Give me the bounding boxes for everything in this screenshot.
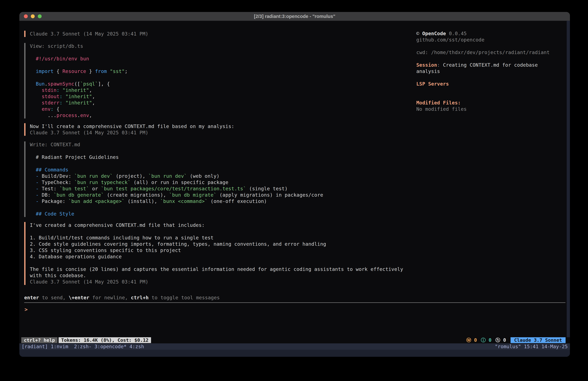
text-line: github.com/sst/opencode (416, 37, 569, 43)
text-line (416, 43, 569, 49)
diagnostic-counters: ⓦ 0 ⓘ 0 ⓗ 0 (466, 337, 506, 344)
window-title: [2/3] radiant:3:opencode - "romulus" (254, 14, 335, 19)
text-line: LSP Servers (416, 81, 569, 87)
text-line: Modified Files: (416, 100, 569, 106)
text-line: ## Code Style (30, 211, 410, 217)
hint-counter: ⓗ 0 (495, 337, 506, 344)
text-line: Claude 3.7 Sonnet (14 May 2025 03:41 PM) (30, 130, 410, 136)
model-badge[interactable]: Claude 3.7 Sonnet (510, 337, 566, 343)
text-line (30, 160, 410, 167)
text-line: - TypeCheck: `bun run typecheck` (all) o… (30, 179, 410, 185)
text-line (30, 228, 410, 235)
text-line: © OpenCode 0.0.45 (416, 30, 569, 37)
keybind-help: enter to send, \+enter for newline, ctrl… (24, 294, 220, 301)
tokens-cost-chip: Tokens: 16.4K (8%), Cost: $0.12 (59, 337, 151, 343)
prompt-caret: > (24, 306, 28, 313)
assistant-message-header: Claude 3.7 Sonnet (14 May 2025 03:41 PM) (24, 31, 410, 37)
text-line: analysis (416, 68, 569, 74)
text-line: The file is concise (20 lines) and captu… (30, 266, 410, 272)
zoom-button[interactable] (38, 14, 42, 18)
text-line: cwd: /home/thdxr/dev/projects/radiant/ra… (416, 49, 569, 56)
text-line: Claude 3.7 Sonnet (14 May 2025 03:41 PM) (30, 279, 410, 285)
prompt-input[interactable]: > (24, 306, 28, 313)
text-line: Write: CONTEXT.md (30, 141, 410, 148)
minimize-button[interactable] (31, 14, 35, 18)
session-sidebar: © OpenCode 0.0.45github.com/sst/opencode… (416, 30, 569, 112)
text-line: Claude 3.7 Sonnet (14 May 2025 03:41 PM) (30, 31, 410, 37)
text-line (30, 204, 410, 211)
text-line: View: script/db.ts (30, 43, 410, 49)
text-line (30, 49, 410, 56)
text-line: # Radiant Project Guidelines (30, 154, 410, 160)
traffic-lights (24, 12, 42, 21)
text-line: stdout: "inherit", (30, 93, 410, 100)
text-line: Now I'll create a comprehensive CONTEXT.… (30, 123, 410, 130)
text-line: with this codebase. (30, 272, 410, 279)
text-line (416, 56, 569, 62)
text-line: Session: Creating CONTEXT.md for codebas… (416, 62, 569, 68)
transcript: Claude 3.7 Sonnet (14 May 2025 03:41 PM)… (24, 31, 410, 285)
text-line: import { Resource } from "sst"; (30, 68, 410, 74)
text-line: 3. CSS styling conventions specific to t… (30, 247, 410, 253)
text-line: 1. Build/lint/test commands including ho… (30, 235, 410, 241)
text-line: ...process.env, (30, 112, 410, 118)
text-line (416, 87, 569, 93)
text-line (30, 74, 410, 81)
text-line: - Package: `bun add <package>` (install)… (30, 198, 410, 204)
text-line (416, 74, 569, 81)
text-line: stderr: "inherit", (30, 100, 410, 106)
tmux-window-list[interactable]: [radiant] 1:nvim 2:zsh- 3:opencode* 4:zs… (22, 343, 144, 350)
text-line (416, 93, 569, 100)
scrollbar[interactable] (567, 21, 570, 337)
text-line: #!/usr/bin/env bun (30, 56, 410, 62)
text-line: 4. Database operations guidance (30, 253, 410, 260)
assistant-message: Now I'll create a comprehensive CONTEXT.… (24, 123, 410, 136)
tmux-status-bar: [radiant] 1:nvim 2:zsh- 3:opencode* 4:zs… (19, 343, 570, 357)
text-line: 2. Code style guidelines covering import… (30, 241, 410, 247)
text-line (30, 62, 410, 68)
status-bar: ctrl+? help Tokens: 16.4K (8%), Cost: $0… (19, 337, 570, 343)
composer-divider (24, 302, 566, 303)
info-counter: ⓘ 0 (481, 337, 491, 344)
text-line: - DB: `bun db generate` (create migratio… (30, 192, 410, 198)
close-button[interactable] (24, 14, 28, 18)
text-line: ## Commands (30, 167, 410, 173)
help-shortcut-chip: ctrl+? help (21, 337, 58, 343)
text-line: - Test: `bun test` or `bun test packages… (30, 185, 410, 192)
text-line (30, 260, 410, 266)
warning-counter: ⓦ 0 (466, 337, 477, 344)
terminal-window: [2/3] radiant:3:opencode - "romulus" Cla… (19, 12, 570, 357)
tool-call-view-file: View: script/db.ts #!/usr/bin/env bun im… (24, 43, 410, 118)
tool-call-write-file: Write: CONTEXT.md # Radiant Project Guid… (24, 141, 410, 217)
assistant-message: I've created a comprehensive CONTEXT.md … (24, 222, 410, 285)
text-line (30, 148, 410, 154)
text-line: - Build/Dev: `bun run dev` (project), `b… (30, 173, 410, 179)
text-line: Bun.spawnSync([`psql`], { (30, 81, 410, 87)
window-titlebar[interactable]: [2/3] radiant:3:opencode - "romulus" (19, 12, 570, 21)
text-line: env: { (30, 106, 410, 112)
text-line: I've created a comprehensive CONTEXT.md … (30, 222, 410, 228)
text-line: No modified files (416, 106, 569, 112)
keybind-help-text: enter to send, \+enter for newline, ctrl… (24, 294, 220, 301)
tmux-host-clock: "romulus" 15:41 14-May-25 (495, 343, 568, 350)
text-line: stdin: "inherit", (30, 87, 410, 93)
